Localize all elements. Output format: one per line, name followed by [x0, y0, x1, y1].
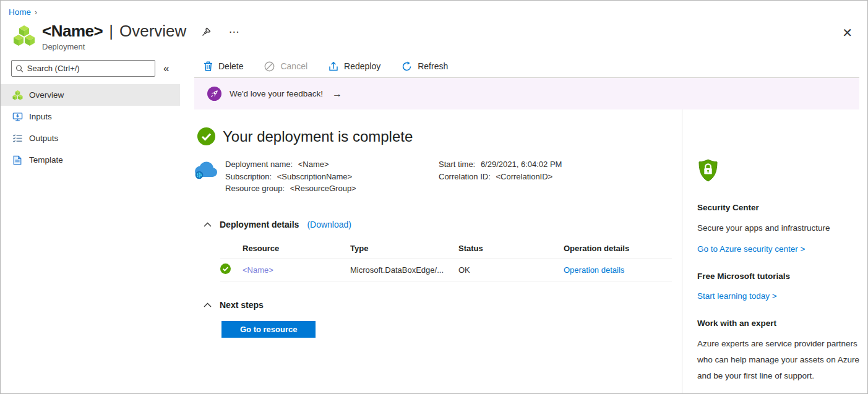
- success-check-icon: [197, 127, 215, 145]
- trash-icon: [204, 61, 213, 71]
- go-to-resource-button[interactable]: Go to resource: [221, 321, 316, 338]
- azure-deployment-blade: Home › <Name> | Overview: [0, 0, 868, 394]
- column-header-status: Status: [458, 244, 564, 253]
- correlation-id-value: <CorrelationID>: [496, 172, 552, 181]
- table-header-row: Resource Type Status Operation details: [220, 238, 672, 259]
- row-success-check-icon: [220, 263, 243, 276]
- chevron-up-icon[interactable]: [204, 302, 212, 307]
- search-icon: [15, 64, 24, 73]
- subscription-link[interactable]: <SubscriptionName>: [277, 172, 352, 181]
- resource-status-cell: OK: [458, 265, 564, 275]
- deployment-details-title: Deployment details: [220, 220, 299, 229]
- tutorials-section: Free Microsoft tutorials Start learning …: [697, 272, 853, 301]
- start-time-value: 6/29/2021, 6:04:02 PM: [481, 160, 562, 169]
- refresh-label: Refresh: [418, 61, 448, 71]
- security-center-link[interactable]: Go to Azure security center >: [697, 244, 853, 254]
- deployment-cubes-icon: [12, 90, 23, 101]
- delete-button[interactable]: Delete: [204, 61, 243, 71]
- redeploy-button[interactable]: Redeploy: [329, 61, 380, 71]
- operation-details-link[interactable]: Operation details: [564, 265, 672, 275]
- command-bar: Delete Cancel Redeploy Refresh: [194, 55, 859, 78]
- resource-group-row: Resource group: <ResourceGroup>: [225, 182, 439, 195]
- redeploy-upload-icon: [329, 61, 338, 71]
- arrow-right-icon: →: [332, 88, 342, 100]
- inputs-icon: [12, 111, 23, 122]
- feedback-message: We'd love your feedback!: [230, 89, 323, 98]
- column-header-resource: Resource: [243, 244, 350, 253]
- download-link[interactable]: (Download): [307, 220, 351, 229]
- deployment-name-value: <Name>: [298, 160, 329, 169]
- feedback-rocket-icon: [207, 87, 221, 101]
- recommendations-panel: Security Center Secure your apps and inf…: [682, 109, 859, 393]
- page-subtitle: Deployment: [42, 42, 241, 51]
- template-document-icon: [12, 155, 23, 166]
- start-time-row: Start time: 6/29/2021, 6:04:02 PM: [439, 158, 562, 171]
- security-shield-icon: [698, 159, 718, 183]
- deployment-details-table: Resource Type Status Operation details <…: [220, 238, 672, 281]
- breadcrumb: Home ›: [1, 1, 867, 17]
- security-center-title: Security Center: [697, 203, 853, 212]
- expert-title: Work with an expert: [697, 319, 853, 328]
- deployment-name-label: Deployment name:: [225, 160, 293, 169]
- search-box: [11, 60, 155, 77]
- resource-group-label: Resource group:: [225, 184, 285, 193]
- page-title-separator: |: [109, 22, 113, 41]
- cancel-button[interactable]: Cancel: [264, 61, 307, 72]
- deployment-name-row: Deployment name: <Name>: [225, 158, 439, 171]
- sidebar-item-label: Overview: [29, 90, 64, 100]
- next-steps-section-header: Next steps: [194, 300, 682, 310]
- deployment-status: Your deployment is complete: [194, 127, 682, 145]
- outputs-checklist-icon: [12, 133, 23, 144]
- refresh-icon: [402, 61, 412, 72]
- breadcrumb-home-link[interactable]: Home: [9, 7, 31, 17]
- resource-type-cell: Microsoft.DataBoxEdge/...: [350, 265, 458, 275]
- sidebar-item-label: Inputs: [29, 112, 52, 121]
- deployment-content: Your deployment is complete: [194, 109, 682, 393]
- resource-name-link[interactable]: <Name>: [243, 265, 350, 275]
- deployment-details-section-header: Deployment details (Download): [194, 220, 682, 229]
- deployment-cubes-icon: [13, 24, 35, 46]
- sidebar-nav: Overview Inputs Outputs: [1, 84, 180, 171]
- page-title-name: <Name>: [42, 22, 103, 41]
- tutorials-link[interactable]: Start learning today >: [697, 291, 853, 301]
- breadcrumb-chevron-icon: ›: [35, 8, 37, 17]
- status-heading: Your deployment is complete: [223, 128, 413, 145]
- expert-description: Azure experts are service provider partn…: [697, 336, 868, 384]
- pin-icon[interactable]: [201, 26, 212, 37]
- chevron-up-icon[interactable]: [204, 222, 212, 227]
- security-center-section: Security Center Secure your apps and inf…: [697, 203, 853, 254]
- sidebar-item-label: Outputs: [29, 134, 58, 143]
- column-header-operation-details: Operation details: [564, 244, 672, 253]
- next-steps-title: Next steps: [220, 300, 264, 310]
- sidebar-item-template[interactable]: Template: [1, 149, 180, 171]
- correlation-id-row: Correlation ID: <CorrelationID>: [439, 171, 562, 183]
- expert-section: Work with an expert Azure experts are se…: [697, 319, 853, 394]
- start-time-label: Start time:: [439, 160, 475, 169]
- sidebar-item-inputs[interactable]: Inputs: [1, 106, 180, 127]
- security-center-description: Secure your apps and infrastructure: [697, 223, 853, 234]
- sidebar-item-label: Template: [29, 155, 63, 165]
- sidebar: « Overview Inputs: [1, 55, 180, 393]
- collapse-sidebar-icon[interactable]: «: [163, 62, 169, 75]
- refresh-button[interactable]: Refresh: [402, 61, 448, 72]
- page-title-section: Overview: [119, 22, 186, 41]
- subscription-row: Subscription: <SubscriptionName>: [225, 171, 439, 183]
- cloud-deployment-icon: [194, 161, 218, 179]
- delete-label: Delete: [218, 61, 243, 71]
- close-icon[interactable]: ✕: [842, 25, 853, 40]
- cancel-label: Cancel: [280, 61, 307, 71]
- more-options-icon[interactable]: …: [228, 26, 241, 37]
- deployment-info: Deployment name: <Name> Subscription: <S…: [194, 158, 682, 195]
- sidebar-item-overview[interactable]: Overview: [1, 84, 180, 106]
- column-header-type: Type: [350, 244, 458, 253]
- tutorials-title: Free Microsoft tutorials: [697, 272, 853, 281]
- resource-group-link[interactable]: <ResourceGroup>: [290, 184, 356, 193]
- main-area: Delete Cancel Redeploy Refresh: [180, 55, 867, 393]
- table-row: <Name> Microsoft.DataBoxEdge/... OK Oper…: [220, 259, 672, 281]
- feedback-banner[interactable]: We'd love your feedback! →: [194, 78, 859, 109]
- page-header: <Name> | Overview … Deployment ✕: [1, 17, 867, 55]
- correlation-id-label: Correlation ID:: [439, 172, 491, 181]
- sidebar-item-outputs[interactable]: Outputs: [1, 127, 180, 149]
- redeploy-label: Redeploy: [344, 61, 380, 71]
- search-input[interactable]: [27, 64, 151, 73]
